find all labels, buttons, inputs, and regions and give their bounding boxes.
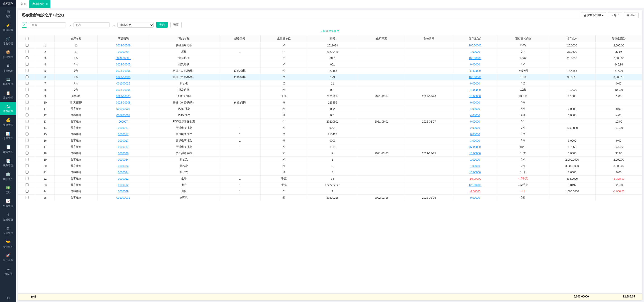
product-code-link[interactable]: 0000017 [118,139,128,142]
current-qty-link[interactable]: 3.00000 [470,139,480,142]
current-qty-link[interactable]: 0.00000 [470,120,480,123]
row-checkbox[interactable] [26,69,28,72]
sidebar-item-collab[interactable]: 🤝 企业协同 [0,237,16,251]
row-checkbox[interactable] [26,82,28,85]
select-all-checkbox[interactable] [26,37,28,40]
row-checkbox[interactable] [26,107,28,110]
current-qty-link[interactable]: 4.00000 [470,114,480,117]
row-checkbox[interactable] [26,152,28,155]
sidebar-item-assets[interactable]: 🏢 固定资产 [0,170,16,183]
current-qty-link[interactable]: 87.00000 [469,145,481,149]
product-code-link[interactable]: 0000012 [118,184,128,187]
current-qty-link[interactable]: 0.00000 [470,101,480,104]
sidebar-item-cloud[interactable]: ☁ 云应用 [0,264,16,278]
row-checkbox[interactable] [26,164,28,167]
sidebar-item-retail[interactable]: 🛒 零售管理 [0,34,16,48]
sidebar-item-quicknav[interactable]: ⚡ 快捷导航 [0,21,16,34]
product-code-link[interactable]: 0000017 [118,126,128,130]
sidebar-item-home[interactable]: ⊞ 首页 [0,7,16,21]
current-qty-link[interactable]: 0.00000 [470,63,480,66]
product-code-link[interactable]: 0000017 [118,133,128,136]
warehouse-filter[interactable] [30,23,66,27]
row-checkbox[interactable] [26,50,28,53]
tab-inventory-batch[interactable]: 库存批次 × [30,0,50,8]
product-code-link[interactable]: 0000078 [118,152,128,155]
current-qty-link[interactable]: 10.00000 [469,171,481,174]
sidebar-item-operations[interactable]: 📈 经营管理 [0,197,16,210]
print-btn[interactable]: 🖨 按模板打印 ▾ [581,12,606,18]
current-qty-link[interactable]: 100.00000 [469,44,482,47]
sidebar-item-tax[interactable]: 📑 税务管理 [0,156,16,170]
row-checkbox[interactable] [26,94,28,97]
sidebar-item-ledger[interactable]: 📊 总账管理 [0,129,16,142]
current-qty-link[interactable]: 49.60000 [469,69,481,73]
row-checkbox[interactable] [26,101,28,104]
sidebar-item-wholesale[interactable]: 📦 批发管理 [0,48,16,61]
row-checkbox[interactable] [26,113,28,116]
row-checkbox[interactable] [26,56,28,59]
product-code-link[interactable]: 001000031 [116,196,130,199]
row-checkbox[interactable] [26,145,28,148]
current-qty-link[interactable]: 100.00000 [469,57,482,60]
product-code-link[interactable]: 0000012 [118,177,128,180]
row-checkbox[interactable] [26,132,28,135]
current-qty-link[interactable]: 100.00000 [469,76,482,79]
sidebar-logo[interactable]: 搜索菜单 [0,0,16,7]
product-code-link[interactable]: 0023-00005 [116,63,130,66]
product-code-link[interactable]: 0000029 [118,190,128,193]
expand-conditions-btn[interactable]: ▾ 展开更多条件 [321,29,339,33]
sidebar-item-ecommerce-small[interactable]: 🖥 小腊电商 [0,61,16,75]
row-checkbox[interactable] [26,139,28,142]
current-qty-link[interactable]: 2.00000 [470,126,480,130]
current-qty-link[interactable]: 0.00000 [470,82,480,85]
current-qty-link[interactable]: -16.00000 [469,177,481,180]
row-checkbox[interactable] [26,171,28,174]
product-code-link[interactable]: 0000084 [118,171,128,174]
sidebar-item-basicinfo[interactable]: ℹ 基础信息 [0,210,16,224]
export-btn[interactable]: ↗ 导出 [608,12,622,18]
display-btn[interactable]: ⊞ 显示 [624,12,638,18]
product-code-link[interactable]: 001000026 [116,82,130,85]
current-qty-link[interactable]: 1.00000 [470,50,480,54]
tab-close-btn[interactable]: × [46,3,48,6]
sidebar-item-inventory[interactable]: 🗂 库存核查 [0,102,16,115]
row-checkbox[interactable] [26,63,28,66]
row-checkbox[interactable] [26,158,28,161]
row-checkbox[interactable] [26,177,28,180]
row-checkbox[interactable] [26,44,28,47]
current-qty-link[interactable]: 1.00000 [470,165,480,168]
sidebar-item-purchase[interactable]: 📋 采购管理 [0,88,16,102]
current-qty-link[interactable]: 10.00000 [469,95,481,98]
product-filter[interactable] [74,23,110,27]
product-code-link[interactable]: 0023-00008 [116,76,130,79]
row-checkbox[interactable] [26,190,28,193]
product-code-link[interactable]: 0023-0000... [116,57,131,60]
sidebar-item-finance[interactable]: 💰 资金管理 [0,115,16,129]
current-qty-link[interactable]: 122.00000 [469,184,482,187]
filter-expand-arrow[interactable]: > [22,22,27,28]
current-qty-link[interactable]: 4.00000 [470,107,480,111]
sidebar-item-invoice[interactable]: 🧾 发票管理 [0,142,16,156]
product-code-link[interactable]: 0023-00005 [116,69,130,73]
current-qty-link[interactable]: 0.00000 [470,196,480,199]
row-checkbox[interactable] [26,120,28,123]
product-code-link[interactable]: 000097 [119,120,128,123]
product-code-link[interactable]: 0023-00005 [116,95,130,98]
tab-home[interactable]: 首页 [18,0,30,8]
product-code-link[interactable]: 0023-00008 [116,101,130,104]
row-checkbox[interactable] [26,183,28,186]
product-code-link[interactable]: 0023-00005 [116,88,130,92]
row-checkbox[interactable] [26,196,28,199]
category-filter[interactable]: 商品分类 [118,22,154,28]
sidebar-item-guide[interactable]: 🚀 新手引导 [0,251,16,264]
current-qty-link[interactable]: 1.00000 [470,158,480,161]
search-btn[interactable]: 查询 [156,22,168,28]
product-code-link[interactable]: 000900001 [116,114,130,117]
sidebar-item-payroll[interactable]: 💵 工资 [0,183,16,197]
settings-panel-btn[interactable]: 设置 [170,22,182,28]
current-qty-link[interactable]: -1.00000 [470,190,480,193]
product-code-link[interactable]: 0023-00009 [116,44,130,47]
product-code-link[interactable]: 000900001 [116,107,130,111]
sidebar-item-sysadmin[interactable]: ⚙ 系统管理 [0,224,16,237]
product-code-link[interactable]: 0000017 [118,145,128,149]
